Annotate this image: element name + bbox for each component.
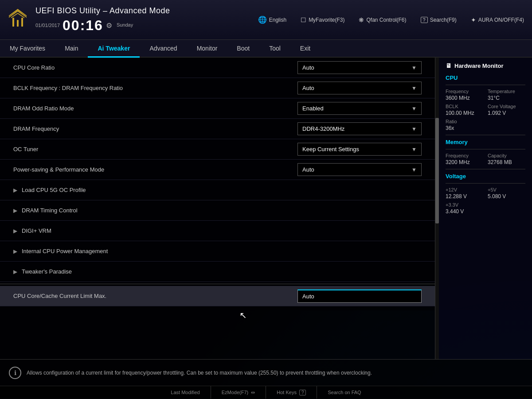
globe-icon: 🌐: [258, 16, 267, 24]
mem-capacity-value: 32768 MB: [488, 159, 525, 165]
ez-mode-label: EzMode(F7): [222, 390, 249, 395]
bclk-value: 100.00 MHz: [446, 110, 483, 116]
oc-tuner-dropdown[interactable]: Keep Current Settings ▼: [297, 143, 422, 156]
qfan-btn[interactable]: ❋ Qfan Control(F6): [355, 15, 410, 25]
qfan-label: Qfan Control(F6): [366, 17, 406, 23]
core-voltage-value: 1.092 V: [488, 110, 525, 116]
cpu-cache-limit-value[interactable]: Auto: [297, 289, 422, 303]
mouse-cursor: ↖: [239, 311, 247, 320]
search-faq-btn[interactable]: Search on FAQ: [317, 386, 372, 399]
scrollbar-thumb[interactable]: [435, 118, 439, 223]
app-title: UEFI BIOS Utility – Advanced Mode: [35, 6, 254, 16]
voltage-section-title: Voltage: [446, 173, 525, 180]
expand-arrow-1: ▶: [13, 187, 17, 193]
hot-keys-btn[interactable]: Hot Keys ?: [266, 386, 317, 399]
cpu-core-ratio-dropdown[interactable]: Auto ▼: [297, 61, 422, 74]
voltage-divider: [446, 183, 525, 184]
dram-odd-ratio-dropdown[interactable]: Enabled ▼: [297, 102, 422, 115]
dram-odd-ratio-value[interactable]: Enabled ▼: [297, 102, 422, 115]
setting-bclk-dram-ratio[interactable]: BCLK Frequency : DRAM Frequency Ratio Au…: [0, 78, 435, 98]
dram-frequency-dropdown[interactable]: DDR4-3200MHz ▼: [297, 122, 422, 135]
voltage-stats-grid: +12V 12.288 V +5V 5.080 V: [446, 187, 525, 200]
scrollbar-track[interactable]: [435, 58, 439, 359]
power-saving-mode-value[interactable]: Auto ▼: [297, 163, 422, 176]
v5-block: +5V 5.080 V: [488, 187, 525, 200]
settings-icon[interactable]: ⚙: [106, 21, 112, 30]
cpu-frequency-block: Frequency 3600 MHz: [446, 89, 483, 101]
search-btn[interactable]: ? Search(F9): [417, 15, 460, 25]
svg-rect-4: [21, 18, 23, 27]
cpu-core-ratio-label: CPU Core Ratio: [13, 64, 297, 71]
nav-ai-tweaker-label: Ai Tweaker: [98, 45, 130, 52]
nav-advanced-label: Advanced: [149, 45, 177, 52]
power-saving-mode-dropdown[interactable]: Auto ▼: [297, 163, 422, 176]
dram-frequency-label: DRAM Frequency: [13, 125, 297, 132]
nav-boot-label: Boot: [237, 45, 250, 52]
mem-frequency-label: Frequency: [446, 153, 483, 158]
cpu-temp-value: 31°C: [488, 95, 525, 101]
setting-cpu-core-ratio[interactable]: CPU Core Ratio Auto ▼: [0, 58, 435, 78]
last-modified-btn[interactable]: Last Modified: [160, 386, 211, 399]
ratio-value: 36x: [446, 125, 525, 131]
v33-block: +3.3V 3.440 V: [446, 202, 525, 215]
expandable-digi-vrm[interactable]: ▶ DIGI+ VRM: [0, 221, 435, 241]
expandable-tweakers-paradise[interactable]: ▶ Tweaker's Paradise: [0, 262, 435, 282]
nav-main[interactable]: Main: [55, 40, 88, 58]
myfavorite-label: MyFavorite(F3): [309, 17, 344, 23]
hw-monitor-title: 🖥 Hardware Monitor: [446, 62, 525, 69]
cpu-temp-label: Temperature: [488, 89, 525, 94]
header-title-block: UEFI BIOS Utility – Advanced Mode 01/01/…: [35, 6, 254, 34]
search-icon: ?: [421, 17, 428, 23]
expand-arrow-3: ▶: [13, 228, 17, 234]
cpu-cache-limit-selected: Auto: [302, 293, 314, 300]
setting-dram-odd-ratio[interactable]: DRAM Odd Ratio Mode Enabled ▼: [0, 98, 435, 119]
aura-btn[interactable]: ✦ AURA ON/OFF(F4): [467, 15, 528, 25]
nav-advanced[interactable]: Advanced: [140, 40, 187, 58]
dram-odd-ratio-selected: Enabled: [302, 105, 324, 112]
setting-power-saving-mode[interactable]: Power-saving & Performance Mode Auto ▼: [0, 160, 435, 180]
setting-oc-tuner[interactable]: OC Tuner Keep Current Settings ▼: [0, 139, 435, 160]
oc-tuner-value[interactable]: Keep Current Settings ▼: [297, 143, 422, 156]
v33-value: 3.440 V: [446, 208, 525, 215]
v5-value: 5.080 V: [488, 193, 525, 200]
bclk-dram-ratio-value[interactable]: Auto ▼: [297, 82, 422, 94]
expandable-dram-timing[interactable]: ▶ DRAM Timing Control: [0, 200, 435, 221]
setting-cpu-cache-limit[interactable]: CPU Core/Cache Current Limit Max. Auto: [0, 286, 435, 306]
expandable-internal-cpu-power[interactable]: ▶ Internal CPU Power Management: [0, 241, 435, 262]
cpu-frequency-label: Frequency: [446, 89, 483, 94]
myfavorite-btn[interactable]: ☐ MyFavorite(F3): [297, 15, 348, 25]
svg-marker-2: [11, 13, 24, 18]
cpu-temp-block: Temperature 31°C: [488, 89, 525, 101]
asus-logo: [4, 7, 31, 33]
expandable-load-cpu-profile[interactable]: ▶ Load CPU 5G OC Profile: [0, 180, 435, 200]
mem-frequency-value: 3200 MHz: [446, 159, 483, 165]
v33-label: +3.3V: [446, 202, 525, 207]
nav-tool-label: Tool: [269, 45, 281, 52]
nav-ai-tweaker[interactable]: Ai Tweaker: [88, 40, 140, 58]
setting-dram-frequency[interactable]: DRAM Frequency DDR4-3200MHz ▼: [0, 119, 435, 139]
mem-capacity-label: Capacity: [488, 153, 525, 158]
nav-boot[interactable]: Boot: [227, 40, 259, 58]
nav-my-favorites[interactable]: My Favorites: [0, 40, 55, 58]
internal-cpu-power-label: Internal CPU Power Management: [22, 248, 108, 254]
settings-panel[interactable]: CPU Core Ratio Auto ▼ BCLK Frequency : D…: [0, 58, 435, 359]
dram-frequency-value[interactable]: DDR4-3200MHz ▼: [297, 122, 422, 135]
power-saving-mode-label: Power-saving & Performance Mode: [13, 166, 297, 173]
cpu-cache-limit-dropdown[interactable]: Auto: [297, 289, 422, 303]
nav-tool[interactable]: Tool: [259, 40, 290, 58]
day-display: Sunday: [117, 22, 133, 27]
info-text: Allows configuration of a current limit …: [27, 369, 372, 377]
nav-monitor[interactable]: Monitor: [187, 40, 227, 58]
monitor-icon: 🖥: [446, 62, 452, 69]
expand-arrow-2: ▶: [13, 207, 17, 214]
main-layout: CPU Core Ratio Auto ▼ BCLK Frequency : D…: [0, 58, 532, 359]
mem-capacity-block: Capacity 32768 MB: [488, 153, 525, 165]
ez-mode-btn[interactable]: EzMode(F7) ⇔: [211, 386, 266, 399]
bclk-dram-ratio-selected: Auto: [302, 85, 314, 91]
cpu-core-ratio-value[interactable]: Auto ▼: [297, 61, 422, 74]
bclk-dram-ratio-dropdown[interactable]: Auto ▼: [297, 82, 422, 94]
nav-exit[interactable]: Exit: [290, 40, 320, 58]
hw-monitor-title-label: Hardware Monitor: [454, 63, 504, 69]
language-btn[interactable]: 🌐 English: [254, 14, 290, 26]
power-saving-mode-selected: Auto: [302, 166, 314, 173]
